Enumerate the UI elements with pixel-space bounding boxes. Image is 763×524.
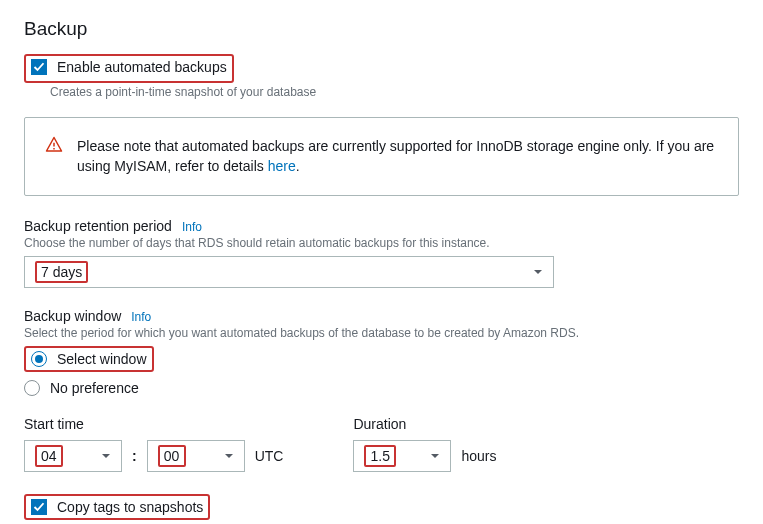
checkmark-icon	[33, 501, 45, 513]
enable-backups-checkbox[interactable]	[31, 59, 47, 75]
copy-tags-checkbox[interactable]	[31, 499, 47, 515]
start-minute-value: 00	[158, 445, 186, 467]
alert-box: Please note that automated backups are c…	[24, 117, 739, 196]
caret-down-icon	[101, 448, 111, 464]
start-hour-value: 04	[35, 445, 63, 467]
retention-select[interactable]: 7 days	[24, 256, 554, 288]
no-preference-radio[interactable]	[24, 380, 40, 396]
window-desc: Select the period for which you want aut…	[24, 326, 739, 340]
start-hour-select[interactable]: 04	[24, 440, 122, 472]
enable-backups-label: Enable automated backups	[57, 59, 227, 75]
alert-here-link[interactable]: here	[268, 158, 296, 174]
caret-down-icon	[533, 264, 543, 280]
svg-rect-1	[53, 148, 55, 150]
timezone-label: UTC	[255, 448, 284, 464]
window-info-link[interactable]: Info	[131, 310, 151, 324]
duration-unit: hours	[461, 448, 496, 464]
section-title: Backup	[24, 18, 739, 40]
duration-col: Duration 1.5 hours	[353, 416, 496, 472]
retention-label: Backup retention period	[24, 218, 172, 234]
alert-text-body: Please note that automated backups are c…	[77, 138, 714, 174]
warning-icon	[45, 136, 63, 177]
enable-backups-highlight: Enable automated backups	[24, 54, 234, 83]
checkmark-icon	[33, 61, 45, 73]
window-group: Backup window Info Select the period for…	[24, 308, 739, 396]
alert-text: Please note that automated backups are c…	[77, 136, 718, 177]
caret-down-icon	[430, 448, 440, 464]
retention-value: 7 days	[35, 261, 88, 283]
select-window-highlight: Select window	[24, 346, 154, 372]
enable-backups-desc: Creates a point-in-time snapshot of your…	[50, 85, 739, 99]
start-minute-select[interactable]: 00	[147, 440, 245, 472]
time-colon: :	[132, 448, 137, 464]
svg-rect-0	[53, 143, 55, 147]
retention-desc: Choose the number of days that RDS shoul…	[24, 236, 739, 250]
select-window-radio[interactable]	[31, 351, 47, 367]
time-row: Start time 04 : 00 UTC Duration 1.5 hour…	[24, 416, 739, 472]
retention-info-link[interactable]: Info	[182, 220, 202, 234]
start-time-col: Start time 04 : 00 UTC	[24, 416, 283, 472]
duration-value: 1.5	[364, 445, 395, 467]
duration-select[interactable]: 1.5	[353, 440, 451, 472]
alert-text-after: .	[296, 158, 300, 174]
duration-label: Duration	[353, 416, 496, 432]
no-preference-label: No preference	[50, 380, 139, 396]
copy-tags-label: Copy tags to snapshots	[57, 499, 203, 515]
start-time-label: Start time	[24, 416, 283, 432]
retention-group: Backup retention period Info Choose the …	[24, 218, 739, 288]
window-label: Backup window	[24, 308, 121, 324]
caret-down-icon	[224, 448, 234, 464]
select-window-label: Select window	[57, 351, 147, 367]
copy-tags-highlight: Copy tags to snapshots	[24, 494, 210, 520]
